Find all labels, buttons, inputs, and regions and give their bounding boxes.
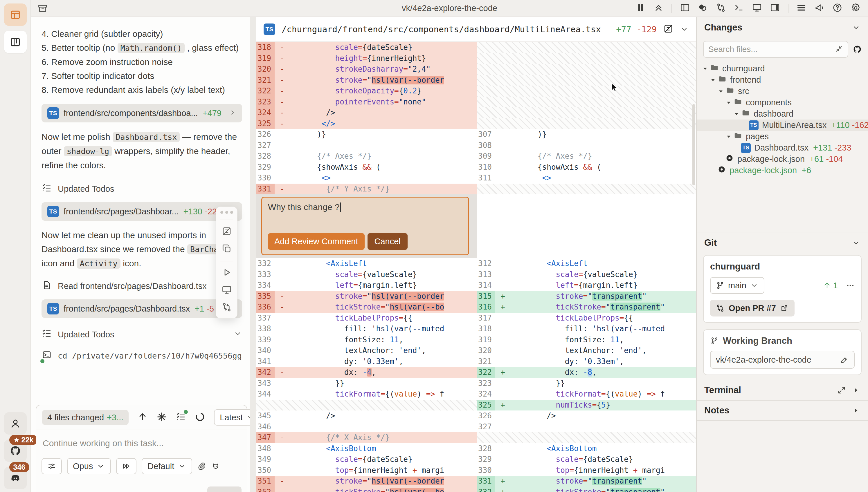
diff-new-line[interactable]: 319 fontSize: 11, xyxy=(477,335,696,345)
mode-dropdown[interactable]: Default xyxy=(142,458,192,474)
diff-old-line[interactable]: 335- stroke="hsl(var(--border xyxy=(256,291,477,302)
diff-new-line[interactable]: 323 }} xyxy=(477,378,696,389)
diff-old-line[interactable]: 341 dy: '0.33em', xyxy=(256,356,477,367)
floating-toolbar[interactable] xyxy=(216,206,237,319)
monitor-icon[interactable] xyxy=(752,3,762,14)
cancel-button[interactable]: Cancel xyxy=(368,233,407,250)
diff-old-line[interactable]: 345 /> xyxy=(256,411,477,421)
rail-board-view-button[interactable] xyxy=(4,31,27,53)
diff-new-line[interactable]: 322+ dx: -8, xyxy=(477,367,696,378)
diff-new-line[interactable]: 331+ stroke="transparent" xyxy=(477,476,696,487)
diff-old-line[interactable]: 325- </> xyxy=(256,118,477,129)
send-button[interactable]: Send xyxy=(207,487,241,492)
diff-old-line[interactable]: 332 <AxisLeft xyxy=(256,258,477,269)
diff-new-line[interactable]: 324 tickFormat={(value) => f xyxy=(477,389,696,400)
diff-old-line[interactable]: 331- {/* Y Axis */} xyxy=(256,183,477,195)
fast-forward-button[interactable] xyxy=(116,458,137,474)
diff-scrollbar[interactable] xyxy=(693,104,695,186)
tree-folder-frontend[interactable]: frontend xyxy=(697,74,868,85)
diff-old-line[interactable]: 327 xyxy=(256,140,477,151)
diff-old-line[interactable]: 334 left={margin.left} xyxy=(256,280,477,291)
diff-new-line[interactable]: 310 {showAxis && ( xyxy=(477,162,696,173)
diff-old-line[interactable]: 333 scale={valueScale} xyxy=(256,269,477,280)
add-review-comment-button[interactable]: Add Review Comment xyxy=(268,233,365,250)
tree-folder-src[interactable]: src xyxy=(697,85,868,97)
github-icon[interactable] xyxy=(853,45,862,54)
diff-old-line[interactable]: 343 }} xyxy=(256,378,477,389)
branch-selector[interactable]: main xyxy=(710,277,765,294)
message-input[interactable]: Continue working on this task... xyxy=(36,430,247,448)
chat-bubble-icon[interactable] xyxy=(698,3,708,14)
rail-discord-button[interactable]: 346 xyxy=(4,467,27,489)
file-change-chip[interactable]: TSfrontend/src/pages/Dashboar...+130 -22 xyxy=(42,202,242,221)
drag-handle-icon[interactable] xyxy=(220,211,233,214)
diff-old-line[interactable]: 352- tickStroke="hsl(var(--bo xyxy=(256,487,477,492)
rail-layout-view-button[interactable] xyxy=(4,3,27,26)
diff-old-line[interactable]: 351- stroke="hsl(var(--border xyxy=(256,476,477,487)
commits-ahead[interactable]: 1 xyxy=(823,281,838,290)
file-change-chip[interactable]: TSfrontend/src/components/dashboa...+479 xyxy=(42,104,242,122)
diff-old-line[interactable]: 340 textAnchor: 'end', xyxy=(256,345,477,356)
diff-new-line[interactable]: 309 {/* Axes */} xyxy=(477,151,696,162)
push-up-icon[interactable] xyxy=(137,412,148,423)
cat-icon[interactable] xyxy=(211,462,220,470)
diff-new-line[interactable]: 315+ stroke="transparent" xyxy=(477,291,696,302)
tree-folder-pages[interactable]: pages xyxy=(697,131,868,142)
diff-new-line[interactable]: 327 xyxy=(477,421,696,433)
copy-icon[interactable] xyxy=(221,243,232,255)
diff-old-line[interactable]: 330 <> xyxy=(256,173,477,183)
tree-folder-churnguard[interactable]: churnguard xyxy=(697,63,868,74)
diff-overlay-icon[interactable] xyxy=(221,226,232,238)
git-section-header[interactable]: Git xyxy=(697,232,868,253)
read-file-row[interactable]: Read frontend/src/pages/Dashboard.tsx xyxy=(42,280,242,292)
rail-github-button[interactable]: 22k xyxy=(4,440,27,462)
diff-new-line[interactable]: 307 )} xyxy=(477,129,696,140)
help-icon[interactable] xyxy=(832,3,842,14)
notes-section-header[interactable]: Notes xyxy=(697,401,868,420)
diff-new-line[interactable]: 316+ tickStroke="transparent" xyxy=(477,302,696,313)
settings-sliders-button[interactable] xyxy=(42,458,62,474)
diff-new-line[interactable]: 318 fill: 'hsl(var(--muted xyxy=(477,323,696,335)
expand-terminal-icon[interactable] xyxy=(837,386,846,395)
diff-old-line[interactable]: 339 fontSize: 11, xyxy=(256,335,477,345)
tree-file-MultiLineArea.tsx[interactable]: TSMultiLineArea.tsx+110 -162 xyxy=(697,120,868,131)
diff-new-line[interactable]: 330 top={innerHeight + margi xyxy=(477,465,696,476)
diff-new-line[interactable]: 325+ numTicks={5} xyxy=(477,400,696,411)
diff-old-line[interactable]: 323- pointerEvents="none" xyxy=(256,97,477,107)
diff-new-line[interactable]: 308 xyxy=(477,140,696,151)
diff-new-line[interactable]: 314 left={margin.left} xyxy=(477,280,696,291)
updated-todos-row[interactable]: Updated Todos xyxy=(42,328,242,341)
tree-file-package-lock.json[interactable]: package-lock.json+61 -104 xyxy=(697,153,868,165)
diff-new-line[interactable]: 311 <> xyxy=(477,173,696,183)
file-search[interactable] xyxy=(703,41,848,58)
comment-input[interactable]: Why this change ? xyxy=(268,202,463,212)
files-changed-chip[interactable]: 4 files changed +3... xyxy=(42,410,128,425)
diff-old-line[interactable]: 344 tickFormat={(value) => f xyxy=(256,389,477,400)
tree-file-Dashboard.tsx[interactable]: TSDashboard.tsx+131 -233 xyxy=(697,142,868,153)
diff-old-line[interactable]: 319- height={innerHeight} xyxy=(256,53,477,64)
diff-old-line[interactable]: 346 xyxy=(256,421,477,433)
collapse-tree-icon[interactable] xyxy=(835,45,843,54)
diff-new-line[interactable]: 321 dy: '0.33em', xyxy=(477,356,696,367)
diff-old-line[interactable]: 347- {/* X Axis */} xyxy=(256,432,477,443)
rail-account-button[interactable] xyxy=(4,412,27,435)
diff-old-line[interactable]: 328 {/* Axes */} xyxy=(256,151,477,162)
diff-new-line[interactable]: 329 scale={dateScale} xyxy=(477,454,696,465)
panel-resizer[interactable] xyxy=(250,17,256,492)
diff-new-line[interactable]: 326 /> xyxy=(477,411,696,421)
diff-old-line[interactable]: 320- strokeDasharray="2,4" xyxy=(256,64,477,75)
git-compare-icon[interactable] xyxy=(716,3,726,14)
git-overflow-menu[interactable] xyxy=(846,281,855,290)
diff-new-line[interactable]: 320 textAnchor: 'end', xyxy=(477,345,696,356)
spark-icon[interactable] xyxy=(157,412,167,423)
settings-icon[interactable] xyxy=(850,3,861,14)
search-input[interactable] xyxy=(708,45,835,54)
diff-new-line[interactable]: 328 <AxisBottom xyxy=(477,443,696,454)
panel-left-icon[interactable] xyxy=(680,3,690,14)
panel-right-icon[interactable] xyxy=(770,3,780,14)
collapse-up-icon[interactable] xyxy=(654,3,664,14)
diff-old-line[interactable]: 350 top={innerHeight + margi xyxy=(256,465,477,476)
updated-todos-row[interactable]: Updated Todos xyxy=(42,183,242,195)
tree-folder-dashboard[interactable]: dashboard xyxy=(697,108,868,120)
todos-status-icon[interactable] xyxy=(175,412,186,423)
